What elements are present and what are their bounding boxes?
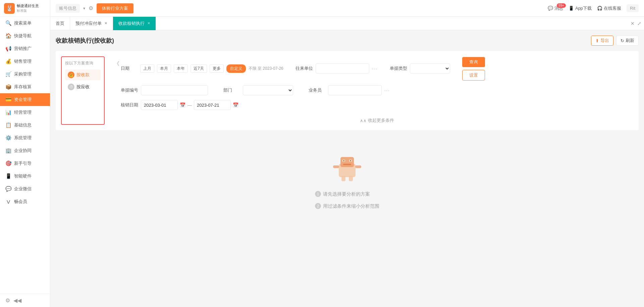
menu-icon: 📊	[5, 109, 11, 115]
sidebar-logo: 🐰 畅捷通好生意 标准版	[0, 0, 50, 17]
by-receipt-label: 按收款	[76, 72, 90, 78]
partner-input[interactable]	[316, 63, 369, 73]
date-btn-this-month[interactable]: 本月	[157, 64, 171, 73]
sidebar-item-营销推广[interactable]: 📢 营销推广	[0, 42, 50, 55]
collapse-conditions[interactable]: ∧∧ 收起更多条件	[121, 115, 633, 125]
menu-label: 采购管理	[14, 71, 32, 77]
menu-label: 系统管理	[14, 135, 32, 141]
sidebar-item-系统管理[interactable]: ⚙️ 系统管理	[0, 132, 50, 144]
sidebar-item-资金管理[interactable]: 💳 资金管理	[0, 93, 50, 106]
verify-date-end-input[interactable]	[194, 100, 231, 110]
filter-actions: 查询 设置	[462, 56, 485, 81]
refresh-button[interactable]: ↻ 刷新	[616, 36, 639, 46]
step-2-num: 2	[315, 203, 321, 209]
setting-button[interactable]: 设置	[462, 70, 485, 81]
app-label: App下载	[575, 5, 592, 11]
service-label: 在线客服	[604, 5, 621, 11]
sidebar-item-智能硬件[interactable]: 📱 智能硬件	[0, 170, 50, 183]
verify-date-start-cal-icon[interactable]: 📅	[180, 102, 185, 108]
verify-date-dash: —	[187, 103, 192, 108]
staff-dots-icon[interactable]: ···	[384, 88, 390, 93]
query-button[interactable]: 查询	[462, 57, 485, 67]
sidebar-item-新手引导[interactable]: 🎯 新手引导	[0, 157, 50, 170]
filter-row-2: 单据编号 部门 业务员 ···	[121, 85, 633, 95]
tab-collection[interactable]: 收款核销执行 ✕	[113, 17, 156, 30]
date-label: 日期	[121, 65, 138, 71]
filter-row-1: 日期 上月 本月 本年 近7天 更多 自定义 不限 至 2023-07-26	[121, 56, 633, 81]
sidebar-item-快捷导航[interactable]: 🏠 快捷导航	[0, 30, 50, 42]
sidebar-item-基础信息[interactable]: 📋 基础信息	[0, 119, 50, 132]
service-icon: 🎧	[597, 6, 602, 11]
collapse-chevron-icon: ∧∧	[360, 118, 367, 123]
verify-date-start-input[interactable]	[141, 100, 178, 110]
dept-select[interactable]	[243, 85, 293, 95]
service-item[interactable]: 🎧 在线客服	[597, 5, 621, 11]
sidebar-bottom: ⚙ ◀◀	[0, 294, 50, 307]
sidebar-item-企业协同[interactable]: 🏢 企业协同	[0, 144, 50, 157]
menu-icon: 📱	[5, 173, 11, 179]
sidebar-item-采购管理[interactable]: 🛒 采购管理	[0, 68, 50, 81]
menu-label: 新手引导	[14, 160, 32, 166]
menu-icon: 💰	[5, 58, 11, 64]
refresh-label: 刷新	[626, 38, 634, 44]
sidebar-item-库存核算[interactable]: 📦 库存核算	[0, 81, 50, 93]
sidebar-item-经营管理[interactable]: 📊 经营管理	[0, 106, 50, 119]
date-btn-custom[interactable]: 自定义	[226, 64, 246, 73]
sidebar-item-畅会员[interactable]: V 畅会员	[0, 195, 50, 208]
staff-input[interactable]	[328, 85, 382, 95]
date-btn-this-year[interactable]: 本年	[174, 64, 188, 73]
tab-prepay-close-icon[interactable]: ✕	[104, 21, 107, 25]
topbar-gear-icon[interactable]: ⚙	[89, 5, 93, 11]
sidebar-item-搜索菜单[interactable]: 🔍 搜索菜单	[0, 17, 50, 30]
page-actions: ⬆ 导出 ↻ 刷新	[591, 36, 639, 46]
empty-svg-illustration	[330, 150, 364, 184]
tab-close-all-icon[interactable]: ✕	[631, 21, 635, 26]
sidebar-item-销售管理[interactable]: 💰 销售管理	[0, 55, 50, 68]
tab-home[interactable]: 首页	[50, 17, 70, 30]
svg-rect-6	[343, 164, 351, 165]
filter-collapse-icon[interactable]: 《	[113, 59, 121, 69]
no-limit-text: 不限 至 2023-07-26	[249, 66, 283, 71]
tab-maximize-icon[interactable]: ⤢	[637, 21, 641, 26]
tab-collection-close-icon[interactable]: ✕	[147, 21, 150, 25]
doc-type-select[interactable]	[410, 63, 450, 73]
sidebar-menu: 🔍 搜索菜单 🏠 快捷导航 📢 营销推广 💰 销售管理 🛒 采购管理 📦 库存核…	[0, 17, 50, 294]
date-btn-7days[interactable]: 近7天	[191, 64, 207, 73]
sidebar-item-企业微信[interactable]: 💬 企业微信	[0, 183, 50, 195]
logo-sub: 标准版	[17, 8, 39, 13]
date-btn-more[interactable]: 更多	[210, 64, 224, 73]
svg-point-4	[343, 160, 344, 161]
svg-rect-10	[349, 176, 353, 181]
verify-date-end-cal-icon[interactable]: 📅	[233, 102, 238, 108]
tab-prepay[interactable]: 预付冲应付单 ✕	[70, 17, 113, 30]
topbar-chevron-icon[interactable]: ▾	[83, 6, 85, 11]
sidebar-gear-icon[interactable]: ⚙	[5, 297, 10, 304]
tabbar: 首页 预付冲应付单 ✕ 收款核销执行 ✕ ✕ ⤢	[50, 17, 644, 30]
menu-icon: 💳	[5, 97, 11, 103]
empty-tip-2: 用过滤条件来缩小分析范围	[323, 201, 379, 211]
app-download-item[interactable]: 📱 App下载	[569, 5, 592, 11]
date-buttons: 上月 本月 本年 近7天 更多 自定义 不限 至 2023-07-26	[140, 64, 283, 73]
topbar-account: 账号信息	[56, 4, 80, 13]
menu-icon: ⚙️	[5, 135, 11, 141]
by-receivable-label: 按应收	[76, 84, 90, 90]
filter-option-by-receivable[interactable]: ⏱ 按应收	[65, 82, 101, 92]
menu-icon: 🎯	[5, 160, 11, 166]
topbar: 账号信息 ▾ ⚙ 体验行业方案 💬 消息 99+ 📱 App下载 🎧 在线客服 …	[50, 0, 644, 17]
filter-option-by-receipt[interactable]: 💰 按收款	[65, 69, 101, 80]
export-button[interactable]: ⬆ 导出	[591, 36, 613, 46]
date-btn-last-month[interactable]: 上月	[140, 64, 154, 73]
svg-rect-9	[341, 176, 345, 181]
menu-icon: 🔍	[5, 20, 11, 26]
svg-rect-8	[355, 165, 361, 168]
partner-dots-icon[interactable]: ···	[372, 66, 378, 71]
message-badge-item[interactable]: 💬 消息 99+	[548, 5, 563, 11]
filter-row-3: 核销日期 📅 — 📅	[121, 100, 633, 110]
sidebar-collapse-icon[interactable]: ◀◀	[13, 297, 21, 304]
doc-no-input[interactable]	[141, 85, 208, 95]
export-icon: ⬆	[595, 38, 599, 43]
filter-sidebar-title: 按以下方案查询	[65, 60, 101, 66]
tabbar-controls: ✕ ⤢	[631, 21, 644, 26]
solution-button[interactable]: 体验行业方案	[97, 3, 133, 13]
partner-field-group: 往来单位 ···	[296, 63, 378, 73]
